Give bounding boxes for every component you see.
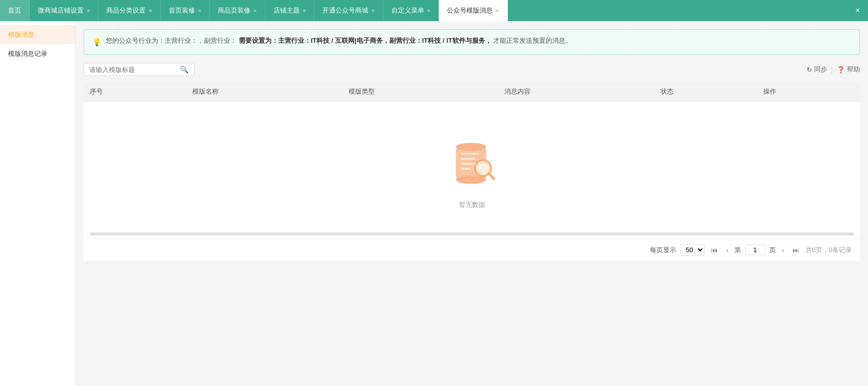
svg-point-9: [478, 163, 489, 174]
help-icon: ❓: [837, 66, 845, 73]
pagination-total: 共0页，0条记录: [806, 246, 852, 255]
toolbar-right: ↻ 同步 | ❓ 帮助: [807, 65, 860, 74]
first-page-btn[interactable]: ⏮: [709, 245, 720, 255]
next-page-btn[interactable]: ›: [780, 245, 786, 255]
svg-point-2: [456, 143, 486, 151]
nav-tab-close-4[interactable]: ×: [253, 8, 256, 14]
svg-point-3: [456, 176, 486, 184]
data-table: 序号模版名称模版类型消息内容状态操作: [84, 82, 860, 102]
search-input-wrap[interactable]: 🔍: [84, 63, 194, 76]
help-button[interactable]: ❓ 帮助: [837, 65, 860, 74]
nav-tab-close-1[interactable]: ×: [87, 8, 90, 14]
notice-highlight-text: 需要设置为：主营行业：IT科技 / 互联网|电子商务，副营行业：IT科技 / I…: [239, 37, 492, 44]
table-col-1: 模版名称: [186, 82, 343, 102]
empty-state: 暂无数据: [84, 102, 860, 229]
nav-tab-close-2[interactable]: ×: [149, 8, 152, 14]
empty-state-icon: [442, 132, 502, 192]
nav-tab-label-8: 公众号模版消息: [447, 6, 493, 15]
scrollbar-track[interactable]: [90, 233, 854, 236]
sidebar-item-0[interactable]: 模版消息: [0, 25, 75, 44]
nav-tab-0[interactable]: 首页: [0, 0, 30, 21]
table-col-0: 序号: [84, 82, 186, 102]
svg-line-10: [489, 174, 494, 179]
table-header-row: 序号模版名称模版类型消息内容状态操作: [84, 82, 860, 102]
sync-icon: ↻: [807, 66, 812, 73]
page-unit: 页: [769, 246, 776, 255]
nav-tab-7[interactable]: 自定义菜单×: [383, 0, 439, 21]
table-col-3: 消息内容: [498, 82, 654, 102]
page-label: 第: [735, 246, 741, 255]
nav-tab-2[interactable]: 商品分类设置×: [98, 0, 160, 21]
nav-tab-label-1: 微商城店铺设置: [38, 6, 84, 15]
sync-label: 同步: [814, 65, 827, 74]
top-nav: 首页微商城店铺设置×商品分类设置×首页装修×商品页装修×店铺主题×开通公众号商城…: [0, 0, 868, 21]
content-area: 💡 您的公众号行业为：主营行业：，副营行业： 需要设置为：主营行业：IT科技 /…: [76, 21, 868, 386]
nav-tab-5[interactable]: 店铺主题×: [265, 0, 314, 21]
sidebar-item-1[interactable]: 模版消息记录: [0, 44, 75, 63]
nav-tab-close-6[interactable]: ×: [371, 8, 374, 14]
svg-rect-4: [461, 153, 479, 155]
global-close-btn[interactable]: ×: [847, 6, 868, 15]
svg-rect-5: [461, 158, 475, 160]
search-input[interactable]: [89, 66, 180, 73]
nav-tab-label-6: 开通公众号商城: [322, 6, 368, 15]
nav-tab-label-3: 首页装修: [169, 6, 195, 15]
empty-icon-container: [84, 132, 860, 192]
last-page-btn[interactable]: ⏭: [790, 245, 802, 255]
toolbar-divider: |: [831, 66, 833, 73]
nav-tab-label-7: 自定义菜单: [391, 6, 424, 15]
nav-tab-6[interactable]: 开通公众号商城×: [314, 0, 383, 21]
nav-tab-label-4: 商品页装修: [218, 6, 250, 15]
per-page-label: 每页显示: [650, 246, 676, 255]
empty-text: 暂无数据: [84, 200, 860, 209]
nav-tab-4[interactable]: 商品页装修×: [210, 0, 265, 21]
main-layout: 模版消息模版消息记录 💡 您的公众号行业为：主营行业：，副营行业： 需要设置为：…: [0, 21, 868, 386]
per-page-select[interactable]: 50: [680, 244, 705, 256]
notice-bulb-icon: 💡: [92, 36, 102, 48]
notice-text: 您的公众号行业为：主营行业：，副营行业： 需要设置为：主营行业：IT科技 / 互…: [106, 36, 572, 46]
table-col-5: 操作: [757, 82, 860, 102]
nav-tab-1[interactable]: 微商城店铺设置×: [30, 0, 98, 21]
nav-tab-close-8[interactable]: ×: [496, 8, 499, 14]
nav-tab-label-0: 首页: [8, 6, 21, 15]
svg-rect-6: [461, 163, 477, 165]
sync-button[interactable]: ↻ 同步: [807, 65, 827, 74]
scrollbar-row[interactable]: [84, 229, 860, 239]
table-col-2: 模版类型: [343, 82, 499, 102]
notice-box: 💡 您的公众号行业为：主营行业：，副营行业： 需要设置为：主营行业：IT科技 /…: [84, 29, 860, 55]
nav-tab-close-3[interactable]: ×: [198, 8, 201, 14]
help-label: 帮助: [847, 65, 860, 74]
table-col-4: 状态: [654, 82, 757, 102]
nav-tab-label-5: 店铺主题: [274, 6, 300, 15]
prev-page-btn[interactable]: ‹: [724, 245, 730, 255]
nav-tab-close-5[interactable]: ×: [303, 8, 306, 14]
nav-tab-close-7[interactable]: ×: [427, 8, 430, 14]
sidebar: 模版消息模版消息记录: [0, 21, 76, 386]
toolbar: 🔍 ↻ 同步 | ❓ 帮助: [84, 63, 860, 76]
nav-tab-8[interactable]: 公众号模版消息×: [439, 0, 507, 21]
search-icon[interactable]: 🔍: [180, 65, 188, 73]
nav-tab-3[interactable]: 首页装修×: [161, 0, 210, 21]
svg-rect-7: [461, 168, 471, 170]
nav-tab-label-2: 商品分类设置: [106, 6, 146, 15]
page-input[interactable]: 1: [745, 245, 765, 255]
pagination-bar: 每页显示 50 ⏮ ‹ 第 1 页 › ⏭ 共0页，0条记录: [84, 239, 860, 261]
